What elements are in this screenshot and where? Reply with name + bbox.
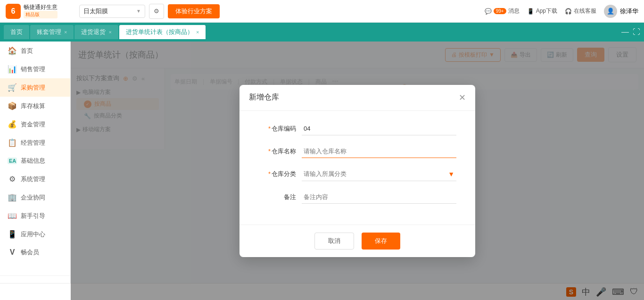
- sidebar-item-inventory[interactable]: 📦 库存核算: [0, 97, 70, 115]
- tab-purchase-stats[interactable]: 进货单统计表（按商品） ×: [119, 25, 206, 39]
- content-area: 进货单统计（按商品） 🖨 按模板打印 ▼ 📤 导出 🔄 刷新: [71, 42, 644, 300]
- user-info[interactable]: 👤 徐泽华: [604, 5, 638, 18]
- tab-bar-actions: — ⛶: [621, 28, 640, 36]
- sidebar-item-basic-info[interactable]: EA 基础信息: [0, 152, 70, 170]
- category-arrow-icon: ▼: [448, 170, 454, 178]
- sidebar-item-operation[interactable]: 📋 经营管理: [0, 133, 70, 152]
- sidebar: 🏠 首页 📊 销售管理 🛒 采购管理 📦 库存核算 💰 资金管理 📋 经营管理 …: [0, 42, 71, 300]
- sidebar-item-vip[interactable]: V 畅会员: [0, 243, 70, 261]
- sales-icon: 📊: [8, 65, 17, 74]
- modal-footer: 取消 保存: [239, 225, 475, 257]
- basic-info-icon: EA: [8, 158, 17, 164]
- sidebar-label-guide: 新手引导: [21, 212, 45, 220]
- logo-icon: 6: [6, 4, 21, 19]
- app-label: App下载: [536, 7, 557, 15]
- app-center-icon: 📱: [8, 230, 17, 239]
- name-label: 仓库名称: [258, 147, 296, 156]
- add-warehouse-modal: 新增仓库 ✕ 仓库编码 仓库名称 仓库分类: [239, 85, 475, 257]
- operation-icon: 📋: [8, 138, 17, 147]
- logo-area: 6 畅捷通好生意 精品版: [6, 4, 75, 19]
- sidebar-label-enterprise: 企业协同: [21, 193, 45, 202]
- tab-accounts-label: 账套管理: [37, 28, 61, 36]
- nav-right: 💬 99+ 消息 📱 App下载 🎧 在线客服 👤 徐泽华: [485, 5, 638, 18]
- sidebar-label-app-center: 应用中心: [21, 230, 45, 239]
- save-button[interactable]: 保存: [362, 233, 400, 250]
- tab-purchase-stats-label: 进货单统计表（按商品）: [126, 28, 193, 36]
- sidebar-item-home[interactable]: 🏠 首页: [0, 42, 70, 60]
- store-selector[interactable]: 日太阳膜 ▼: [79, 5, 145, 18]
- sidebar-label-basic-info: 基础信息: [21, 157, 45, 165]
- form-row-name: 仓库名称: [258, 145, 456, 158]
- tab-bar: 首页 账套管理 × 进货退货 × 进货单统计表（按商品） × — ⛶: [0, 23, 644, 42]
- category-input[interactable]: [304, 170, 448, 177]
- modal-body: 仓库编码 仓库名称 仓库分类 ▼: [239, 111, 475, 225]
- inventory-icon: 📦: [8, 101, 17, 110]
- tab-purchase-return-close[interactable]: ×: [108, 29, 111, 35]
- form-row-category: 仓库分类 ▼: [258, 167, 456, 181]
- service-label: 在线客服: [574, 7, 596, 15]
- tab-home-label: 首页: [10, 28, 23, 36]
- note-label: 备注: [258, 193, 296, 201]
- avatar: 👤: [604, 5, 617, 18]
- sidebar-item-finance[interactable]: 💰 资金管理: [0, 115, 70, 133]
- system-icon: ⚙: [8, 175, 17, 183]
- mobile-icon: 📱: [527, 8, 534, 15]
- vip-icon: V: [8, 248, 17, 257]
- purchase-icon: 🛒: [8, 83, 17, 92]
- store-arrow-icon: ▼: [136, 8, 141, 14]
- settings-button[interactable]: ⚙: [149, 4, 164, 19]
- sidebar-label-purchase: 采购管理: [21, 83, 45, 92]
- service-group[interactable]: 🎧 在线客服: [565, 7, 596, 15]
- tab-maximize-icon[interactable]: ⛶: [633, 28, 640, 36]
- trial-button[interactable]: 体验行业方案: [168, 4, 220, 18]
- name-input[interactable]: [302, 145, 456, 158]
- sidebar-item-app-center[interactable]: 📱 应用中心: [0, 225, 70, 243]
- sidebar-label-inventory: 库存核算: [21, 102, 45, 110]
- app-download-group[interactable]: 📱 App下载: [527, 7, 557, 15]
- sidebar-label-operation: 经营管理: [21, 139, 45, 147]
- sidebar-item-enterprise[interactable]: 🏢 企业协同: [0, 188, 70, 207]
- note-input[interactable]: [302, 191, 456, 204]
- message-label: 消息: [508, 7, 520, 15]
- tab-accounts-close[interactable]: ×: [64, 29, 67, 35]
- guide-icon: 📖: [8, 211, 17, 220]
- sidebar-label-sales: 销售管理: [21, 65, 45, 74]
- top-navbar: 6 畅捷通好生意 精品版 日太阳膜 ▼ ⚙ 体验行业方案 💬 99+ 消息 📱 …: [0, 0, 644, 23]
- modal-overlay: 新增仓库 ✕ 仓库编码 仓库名称 仓库分类: [71, 42, 644, 300]
- sidebar-label-system: 系统管理: [21, 175, 45, 183]
- user-name: 徐泽华: [620, 7, 638, 16]
- store-name: 日太阳膜: [83, 7, 134, 16]
- sidebar-item-sales[interactable]: 📊 销售管理: [0, 60, 70, 78]
- finance-icon: 💰: [8, 120, 17, 129]
- enterprise-icon: 🏢: [8, 193, 17, 202]
- sidebar-item-system[interactable]: ⚙ 系统管理: [0, 170, 70, 188]
- modal-header: 新增仓库 ✕: [239, 85, 475, 111]
- sidebar-item-purchase[interactable]: 🛒 采购管理: [0, 78, 70, 97]
- category-select[interactable]: ▼: [302, 167, 456, 181]
- headset-icon: 🎧: [565, 8, 572, 15]
- tab-home[interactable]: 首页: [4, 25, 29, 39]
- code-input[interactable]: [302, 122, 456, 135]
- message-badge: 99+: [494, 8, 506, 14]
- tab-accounts[interactable]: 账套管理 ×: [30, 25, 74, 39]
- message-icon: 💬: [485, 8, 492, 15]
- code-label: 仓库编码: [258, 125, 296, 133]
- logo-badge: 精品版: [24, 11, 58, 18]
- tab-purchase-return[interactable]: 进货退货 ×: [74, 25, 118, 39]
- main-layout: 🏠 首页 📊 销售管理 🛒 采购管理 📦 库存核算 💰 资金管理 📋 经营管理 …: [0, 42, 644, 300]
- sidebar-label-home: 首页: [21, 47, 33, 55]
- sidebar-item-guide[interactable]: 📖 新手引导: [0, 207, 70, 225]
- modal-close-button[interactable]: ✕: [459, 92, 466, 103]
- category-label: 仓库分类: [258, 170, 296, 178]
- form-row-note: 备注: [258, 191, 456, 204]
- message-group[interactable]: 💬 99+ 消息: [485, 7, 520, 15]
- gear-icon: ⚙: [154, 8, 159, 15]
- tab-minimize-icon[interactable]: —: [621, 28, 629, 36]
- cancel-button[interactable]: 取消: [314, 233, 354, 250]
- tab-purchase-return-label: 进货退货: [81, 28, 106, 36]
- form-row-code: 仓库编码: [258, 122, 456, 135]
- modal-title: 新增仓库: [249, 92, 279, 102]
- logo-text: 畅捷通好生意: [24, 4, 58, 11]
- sidebar-label-vip: 畅会员: [21, 248, 39, 257]
- tab-purchase-stats-close[interactable]: ×: [196, 29, 199, 35]
